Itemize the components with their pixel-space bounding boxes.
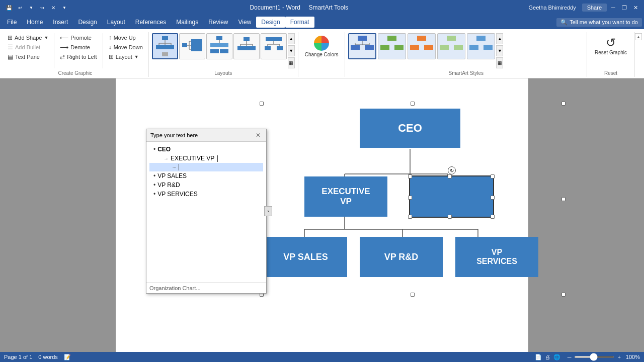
- sel-handle-tr[interactable]: [491, 174, 495, 178]
- undo-icon[interactable]: ↩: [15, 3, 25, 13]
- layout-thumb-3[interactable]: [206, 33, 232, 59]
- layout-thumb-4[interactable]: [233, 33, 260, 59]
- handle-br[interactable]: [561, 293, 566, 297]
- org-box-vp-services[interactable]: VPSERVICES: [455, 237, 538, 277]
- text-pane-close-button[interactable]: ✕: [254, 131, 262, 139]
- svg-rect-23: [220, 49, 228, 53]
- menu-file[interactable]: File: [2, 17, 22, 28]
- minimize-button[interactable]: ─: [609, 3, 618, 12]
- svg-rect-50: [417, 36, 426, 41]
- rotate-handle[interactable]: ↻: [448, 166, 456, 174]
- svg-rect-21: [210, 43, 228, 47]
- search-bar[interactable]: 🔍 Tell me what you want to do: [556, 18, 642, 27]
- menu-format[interactable]: Format: [285, 17, 314, 28]
- handle-tc[interactable]: [411, 102, 415, 106]
- smartart-style-3[interactable]: [408, 33, 436, 59]
- print-layout-icon[interactable]: 🖨: [545, 354, 550, 360]
- text-pane-item-ceo[interactable]: • CEO: [149, 145, 263, 154]
- add-shape-button[interactable]: ⊞ Add Shape ▼: [5, 33, 51, 42]
- text-pane-button[interactable]: ▤ Text Pane: [5, 52, 51, 61]
- menu-home[interactable]: Home: [22, 17, 48, 28]
- layout-thumb-5[interactable]: [261, 33, 287, 59]
- layout-scroll-down[interactable]: ▼: [288, 45, 295, 56]
- promote-button[interactable]: ⟵ Promote: [57, 33, 99, 42]
- handle-mr[interactable]: [561, 197, 566, 201]
- sel-handle-tc[interactable]: [448, 174, 452, 178]
- customize-icon[interactable]: ▼: [59, 3, 69, 13]
- zoom-out-icon[interactable]: ─: [568, 354, 572, 360]
- menu-design-active[interactable]: Design: [256, 17, 285, 28]
- zoom-in-icon[interactable]: +: [617, 354, 620, 360]
- menu-review[interactable]: Review: [203, 17, 233, 28]
- smartart-scroll-down[interactable]: ▼: [496, 45, 503, 56]
- text-pane-item-vp-rd[interactable]: • VP R&D: [149, 180, 263, 190]
- layout-thumb-2[interactable]: [179, 33, 205, 59]
- move-down-button[interactable]: ↓ Move Down Move Down: [106, 43, 145, 52]
- smartart-style-2[interactable]: [378, 33, 406, 59]
- layout-scroll-up[interactable]: ▲: [288, 33, 295, 44]
- layout-thumb-1[interactable]: [152, 33, 178, 59]
- handle-tr[interactable]: [561, 102, 566, 106]
- menu-design[interactable]: Design: [73, 17, 102, 28]
- text-pane-item-exec-vp[interactable]: → EXECUTIVE VP: [149, 154, 263, 163]
- text-pane-collapse-arrow[interactable]: ›: [264, 206, 272, 216]
- text-pane-header: Type your text here ✕: [146, 129, 266, 142]
- smartart-scroll-up[interactable]: ▲: [496, 33, 503, 44]
- sel-handle-bl[interactable]: [408, 215, 412, 219]
- sel-handle-bc[interactable]: [448, 215, 452, 219]
- handle-tl[interactable]: [260, 102, 264, 106]
- undo-dropdown-icon[interactable]: ▼: [26, 3, 36, 13]
- proofing-icon[interactable]: 📝: [64, 354, 71, 360]
- web-view-icon[interactable]: 🌐: [553, 354, 560, 360]
- org-box-exec-vp[interactable]: EXECUTIVEVP: [304, 176, 387, 217]
- org-box-ceo[interactable]: CEO: [360, 109, 460, 148]
- add-bullet-button[interactable]: ☰ Add Bullet: [5, 43, 51, 52]
- exec-vp-text: EXECUTIVE VP: [171, 155, 214, 162]
- restore-button[interactable]: ❐: [620, 3, 629, 12]
- handle-bc[interactable]: [411, 293, 415, 297]
- zoom-slider[interactable]: [574, 356, 614, 358]
- menu-references[interactable]: References: [130, 17, 171, 28]
- svg-rect-42: [365, 45, 374, 50]
- ribbon-group-smartart-styles: ▲ ▼ ▦ SmartArt Styles: [345, 32, 587, 77]
- promote-label: Promote: [70, 35, 92, 41]
- reset-graphic-button[interactable]: ↺ Reset Graphic: [590, 33, 631, 58]
- sel-handle-ml[interactable]: [408, 196, 412, 200]
- ribbon-collapse-button[interactable]: ▲: [635, 33, 642, 40]
- move-up-button[interactable]: ↑ Move Up Move Up: [106, 33, 145, 42]
- org-box-vp-rd[interactable]: VP R&D: [360, 237, 443, 277]
- menu-mailings[interactable]: Mailings: [171, 17, 203, 28]
- layout-expand[interactable]: ▦: [288, 57, 295, 68]
- text-pane-item-vp-sales[interactable]: • VP SALES: [149, 171, 263, 180]
- save-icon[interactable]: 💾: [4, 3, 14, 13]
- create-graphic-label: Create Graphic: [5, 69, 145, 76]
- smartart-expand[interactable]: ▦: [496, 57, 503, 68]
- bullet-icon-4: •: [153, 191, 155, 198]
- sel-handle-tl[interactable]: [408, 174, 412, 178]
- smartart-style-5[interactable]: [467, 33, 495, 59]
- demote-label: Demote: [70, 44, 90, 50]
- read-mode-icon[interactable]: 📄: [535, 354, 542, 360]
- text-pane-item-empty[interactable]: →: [149, 163, 263, 171]
- right-to-left-button[interactable]: ⇄ Right to Left: [57, 52, 99, 61]
- sel-handle-mr[interactable]: [491, 196, 495, 200]
- demote-icon: ⟶: [60, 44, 68, 51]
- menu-layout[interactable]: Layout: [102, 17, 130, 28]
- share-icon[interactable]: Share: [582, 4, 607, 12]
- text-pane-icon: ▤: [8, 53, 13, 60]
- smartart-style-1[interactable]: [348, 33, 376, 59]
- cancel-icon[interactable]: ✕: [48, 3, 58, 13]
- change-colors-button[interactable]: Change Colors: [301, 33, 342, 60]
- reset-label: Reset: [590, 69, 631, 76]
- layout-button[interactable]: ⊞ Layout ▼: [106, 52, 145, 61]
- smartart-style-4[interactable]: [437, 33, 465, 59]
- text-pane-item-vp-services[interactable]: • VP SERVICES: [149, 190, 263, 199]
- org-box-vp-sales[interactable]: VP SALES: [264, 237, 347, 277]
- org-box-new[interactable]: [410, 176, 493, 217]
- demote-button[interactable]: ⟶ Demote: [57, 43, 99, 52]
- redo-icon[interactable]: ↪: [37, 3, 47, 13]
- close-button[interactable]: ✕: [631, 3, 640, 12]
- menu-insert[interactable]: Insert: [48, 17, 73, 28]
- sel-handle-br[interactable]: [491, 215, 495, 219]
- menu-view[interactable]: View: [233, 17, 257, 28]
